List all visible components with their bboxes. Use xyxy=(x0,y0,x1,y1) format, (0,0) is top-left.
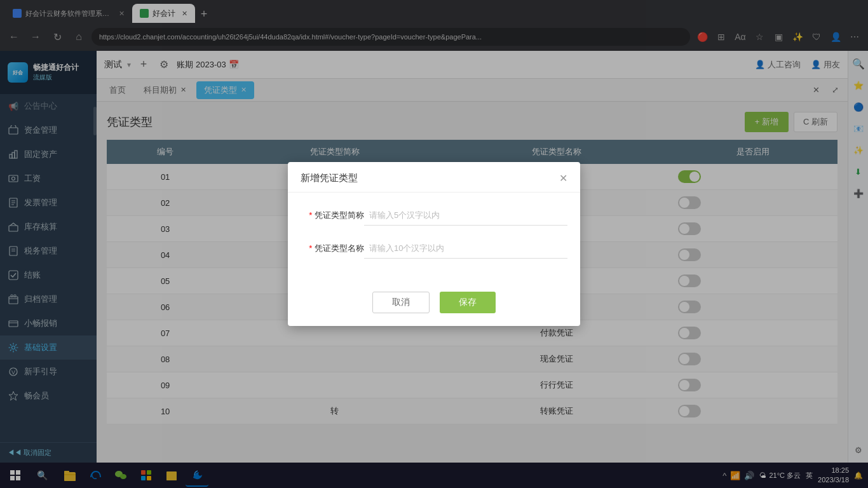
modal-overlay: 新增凭证类型 ✕ 凭证类型简称 凭证类型名称 取消 保存 xyxy=(0,0,868,488)
modal-close-btn[interactable]: ✕ xyxy=(559,172,567,184)
short-input[interactable] xyxy=(364,205,567,226)
name-input[interactable] xyxy=(364,238,567,259)
form-row-short: 凭证类型简称 xyxy=(301,205,567,226)
short-label: 凭证类型简称 xyxy=(301,210,364,221)
form-row-name: 凭证类型名称 xyxy=(301,238,567,259)
modal-title: 新增凭证类型 xyxy=(301,172,358,184)
save-btn[interactable]: 保存 xyxy=(440,292,496,313)
cancel-btn[interactable]: 取消 xyxy=(372,292,430,313)
name-label: 凭证类型名称 xyxy=(301,243,364,254)
modal-footer: 取消 保存 xyxy=(288,284,580,326)
modal-body: 凭证类型简称 凭证类型名称 xyxy=(288,193,580,284)
modal-header: 新增凭证类型 ✕ xyxy=(288,162,580,193)
add-voucher-type-modal: 新增凭证类型 ✕ 凭证类型简称 凭证类型名称 取消 保存 xyxy=(288,162,580,326)
